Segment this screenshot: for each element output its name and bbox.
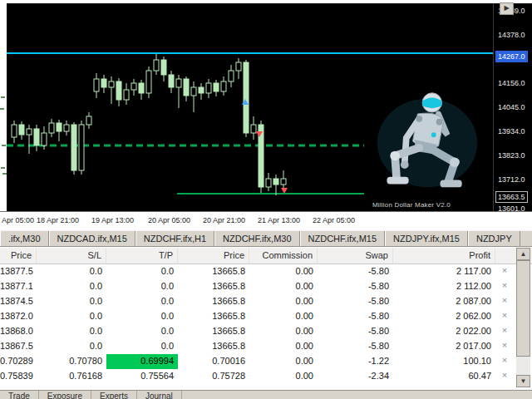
- table-row[interactable]: 13867.50.00.013665.80.00-5.802 017.00×: [0, 339, 532, 354]
- chart-tab[interactable]: NZDJPY: [468, 231, 520, 246]
- table-cell: 0.69994: [106, 354, 178, 369]
- table-header-row: PriceS/LT/PPriceCommissionSwapProfit: [0, 248, 532, 264]
- chart-tab[interactable]: NZDCHF.ifx,M15: [300, 231, 386, 246]
- clipped-candle-mark: [1, 167, 5, 169]
- chart-tab[interactable]: NZDCHF.ifx,M30: [214, 231, 300, 246]
- table-cell: 0.70016: [178, 354, 249, 369]
- close-position-button[interactable]: ×: [495, 279, 514, 294]
- terminal-tab[interactable]: Journal: [137, 391, 182, 399]
- table-cell: 0.00: [249, 339, 318, 354]
- table-cell: 0.75839: [0, 369, 37, 384]
- table-row[interactable]: 13877.10.00.013665.80.00-5.802 112.00×: [0, 279, 532, 294]
- scroll-up-icon[interactable]: ▲: [516, 248, 530, 260]
- table-cell: -5.80: [318, 294, 393, 309]
- table-row[interactable]: 13877.50.00.013665.80.00-5.802 117.00×: [0, 264, 532, 279]
- table-cell: 0.0: [37, 339, 106, 354]
- table-cell: 13665.8: [178, 294, 249, 309]
- table-cell: 2 087.00: [393, 294, 495, 309]
- table-cell: 0.00: [249, 279, 318, 294]
- table-cell: 0.0: [106, 279, 178, 294]
- time-label: Apr 05:00: [2, 216, 34, 224]
- table-cell: 13868.0: [0, 324, 37, 339]
- table-row[interactable]: 0.758390.761680.755640.757280.00-2.3460.…: [0, 369, 532, 384]
- table-cell: 0.76168: [37, 369, 106, 384]
- time-label: 21 Apr 13:00: [258, 216, 300, 224]
- table-cell: 13665.8: [178, 264, 249, 279]
- table-cell: 0.00: [249, 309, 318, 324]
- table-cell: 0.00: [249, 324, 318, 339]
- time-label: 19 Apr 13:00: [91, 216, 134, 224]
- close-position-button[interactable]: ×: [495, 294, 514, 309]
- table-cell: 0.0: [106, 294, 178, 309]
- table-cell: 100.10: [393, 354, 495, 369]
- table-cell: 0.70780: [37, 354, 106, 369]
- mt4-window: Million Dollar Maker V2.0 14489.014378.0…: [0, 0, 532, 399]
- table-cell: 0.0: [37, 324, 106, 339]
- table-cell: 0.0: [37, 279, 106, 294]
- tab-scroll-right-icon[interactable]: ▶: [500, 2, 514, 15]
- close-position-button[interactable]: ×: [495, 339, 514, 354]
- price-label: 14378.0: [498, 30, 525, 40]
- table-cell: 13874.5: [0, 294, 37, 309]
- table-cell: 13665.8: [178, 339, 249, 354]
- price-label: 13823.0: [498, 150, 525, 160]
- price-label: 13712.0: [498, 175, 525, 185]
- terminal-tab[interactable]: Trade: [0, 391, 39, 399]
- table-cell: 0.70289: [0, 354, 37, 369]
- chart-tab[interactable]: NZDCAD.ifx,M15: [49, 231, 135, 246]
- table-cell: 13872.0: [0, 309, 37, 324]
- close-position-button[interactable]: ×: [495, 369, 514, 384]
- table-scrollbar[interactable]: ▲ ▼: [516, 248, 530, 387]
- table-cell: 13665.8: [178, 324, 249, 339]
- price-chart[interactable]: Million Dollar Maker V2.0: [7, 3, 493, 211]
- table-cell: 13867.5: [0, 339, 37, 354]
- terminal-tab[interactable]: Exposure: [39, 391, 91, 399]
- table-body: 13877.50.00.013665.80.00-5.802 117.00×13…: [0, 264, 532, 384]
- table-row[interactable]: 0.702890.707800.699940.700160.00-1.22100…: [0, 354, 532, 369]
- close-position-button[interactable]: ×: [495, 309, 514, 324]
- table-cell: -5.80: [318, 339, 393, 354]
- table-cell: 0.00: [249, 264, 318, 279]
- table-cell: 60.47: [393, 369, 495, 384]
- price-label: 14156.0: [498, 78, 525, 88]
- clipped-candle-mark: [2, 145, 6, 146]
- scrollbar-thumb[interactable]: [516, 260, 530, 357]
- table-cell: 2 017.00: [393, 339, 495, 354]
- price-label: 13934.0: [498, 126, 525, 136]
- table-cell: 2 112.00: [393, 279, 495, 294]
- table-row[interactable]: 13874.50.00.013665.80.00-5.802 087.00×: [0, 294, 532, 309]
- scroll-down-icon[interactable]: ▼: [516, 375, 530, 387]
- time-label: 22 Apr 05:00: [313, 216, 355, 224]
- close-position-button[interactable]: ×: [495, 354, 514, 369]
- chart-tab-bar: .ifx,M30NZDCAD.ifx,M15NZDCHF.ifx,H1NZDCH…: [0, 230, 532, 247]
- table-cell: -5.80: [318, 264, 393, 279]
- table-cell: 0.75564: [106, 369, 178, 384]
- table-cell: 13665.8: [178, 309, 249, 324]
- current-price-label: 13663.5: [495, 191, 528, 203]
- chart-tab[interactable]: NZDJPY.ifx,M15: [385, 231, 468, 246]
- watermark-text: Million Dollar Maker V2.0: [372, 201, 451, 209]
- table-row[interactable]: 13872.00.00.013665.80.00-5.802 062.00×: [0, 309, 532, 324]
- time-axis[interactable]: Apr 05:0018 Apr 21:0019 Apr 13:0020 Apr …: [0, 211, 532, 229]
- trade-arrow-icon: [281, 188, 288, 194]
- clipped-candle-mark: [2, 173, 7, 175]
- price-axis[interactable]: 14489.014378.014267.014156.014045.013934…: [493, 3, 532, 211]
- table-cell: 2 062.00: [393, 309, 495, 324]
- table-cell: 0.0: [106, 324, 178, 339]
- close-position-button[interactable]: ×: [495, 264, 514, 279]
- table-cell: 13877.5: [0, 264, 37, 279]
- table-cell: 0.00: [249, 294, 318, 309]
- robot-watermark-image: [364, 86, 489, 196]
- table-cell: 0.0: [106, 339, 178, 354]
- column-header: Price: [178, 248, 249, 264]
- table-cell: 0.0: [106, 264, 178, 279]
- table-cell: -5.80: [318, 324, 393, 339]
- chart-tab[interactable]: .ifx,M30: [0, 231, 49, 246]
- table-row[interactable]: 13868.00.00.013665.80.00-5.802 022.00×: [0, 324, 532, 339]
- table-cell: -1.22: [318, 354, 393, 369]
- table-cell: -5.80: [318, 279, 393, 294]
- close-position-button[interactable]: ×: [495, 324, 514, 339]
- terminal-tab[interactable]: Experts: [91, 391, 137, 399]
- chart-tab[interactable]: NZDCHF.ifx,H1: [135, 231, 214, 246]
- table-cell: 0.0: [37, 264, 106, 279]
